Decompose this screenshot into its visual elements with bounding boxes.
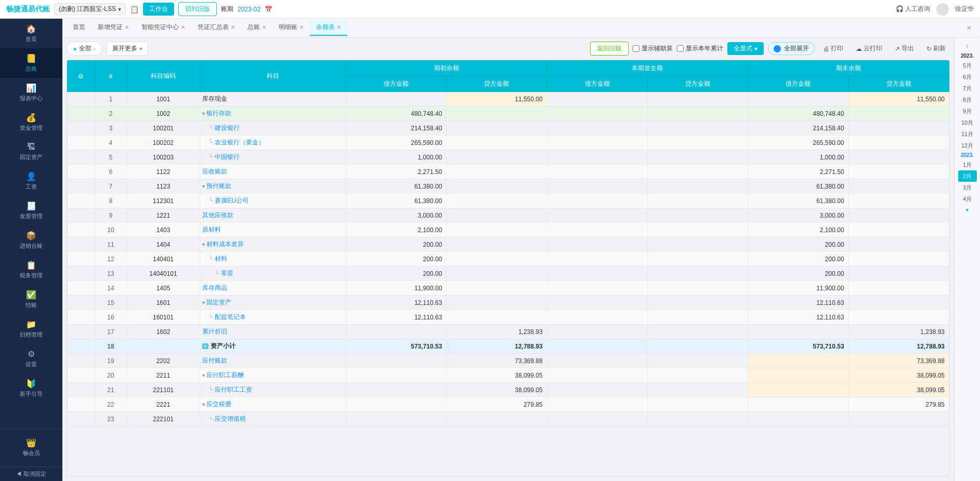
- print-button[interactable]: 🖨 打印: [819, 42, 847, 55]
- month-item-3[interactable]: 3月: [958, 182, 977, 193]
- row-name[interactable]: ▾ 固定资产: [200, 296, 346, 310]
- full-mode-label: 全显式: [734, 44, 752, 53]
- sidebar-item-guide[interactable]: 🔰 新手引导: [0, 373, 62, 403]
- row-name[interactable]: └中国银行: [200, 150, 346, 165]
- sidebar-item-capital[interactable]: 💰 资金管理: [0, 108, 62, 137]
- tab-home[interactable]: 首页: [67, 20, 92, 36]
- row-name[interactable]: └应付职工工资: [200, 383, 346, 397]
- sidebar-item-settings[interactable]: ⚙ 设置: [0, 344, 62, 373]
- row-name[interactable]: └赛属EU公司: [200, 194, 346, 208]
- copy-icon[interactable]: 📋: [130, 5, 139, 14]
- amount-cell-2: [547, 266, 647, 281]
- sidebar-item-purchase[interactable]: 📦 进销台账: [0, 225, 62, 255]
- show-aux-checkbox[interactable]: [633, 45, 639, 52]
- row-name[interactable]: └建设银行: [200, 121, 346, 136]
- row-name[interactable]: ▾ 应交税费: [200, 397, 346, 412]
- sidebar-item-report[interactable]: 📊 报表中心: [0, 78, 62, 108]
- unpin-footer[interactable]: ◀ 取消固定: [0, 466, 62, 481]
- month-item-5[interactable]: 5月: [958, 60, 977, 71]
- month-item-12[interactable]: 12月: [958, 140, 977, 151]
- row-name[interactable]: └材料: [200, 252, 346, 266]
- row-settings-cell: [68, 325, 95, 339]
- month-item-8[interactable]: 8月: [958, 94, 977, 105]
- refresh-button[interactable]: ↻ 刷新: [922, 42, 950, 55]
- row-num: 7: [95, 179, 127, 194]
- sidebar-item-ledger[interactable]: 📒 总账: [0, 48, 62, 78]
- tab-ledger[interactable]: 总账 ✕: [241, 20, 272, 36]
- month-item-6[interactable]: 6月: [958, 71, 977, 83]
- amount-cell-0: 12,110.63: [346, 310, 447, 325]
- month-item-11[interactable]: 11月: [958, 128, 977, 140]
- filter-all-button[interactable]: ● 全部 ›: [67, 42, 102, 56]
- show-ytd-checkbox-group[interactable]: 显示本年累计: [677, 44, 723, 53]
- close-tab-smart-voucher[interactable]: ✕: [181, 24, 185, 30]
- close-tab-balance-sheet[interactable]: ✕: [337, 24, 341, 30]
- row-name[interactable]: └应交增值税: [200, 412, 346, 426]
- row-num: 14: [95, 281, 127, 296]
- row-name[interactable]: 累计折旧: [200, 325, 346, 339]
- close-tab-ledger[interactable]: ✕: [262, 24, 266, 30]
- workspace-button[interactable]: 工作台: [143, 3, 174, 16]
- month-item-1[interactable]: 1月: [958, 159, 977, 170]
- close-all-icon[interactable]: ✕: [962, 24, 976, 32]
- row-code: 160101: [127, 310, 200, 325]
- close-tab-detail-ledger[interactable]: ✕: [299, 24, 304, 30]
- calendar-icon[interactable]: 📅: [265, 6, 272, 13]
- sidebar-item-archive[interactable]: 📁 归档管理: [0, 314, 62, 344]
- amount-cell-2: [547, 208, 647, 223]
- tab-detail-ledger[interactable]: 明细账 ✕: [272, 20, 310, 36]
- amount-cell-0: [346, 368, 447, 383]
- sidebar-expand-arrow[interactable]: ›: [964, 39, 971, 52]
- sidebar-item-member[interactable]: 👑 畅会员: [0, 433, 62, 462]
- old-version-button[interactable]: 切到旧版: [178, 2, 217, 16]
- cloud-print-button[interactable]: ☁ 云打印: [852, 42, 886, 55]
- row-num: 6: [95, 165, 127, 179]
- expand-more-button[interactable]: 展开更多 ▾: [107, 42, 148, 56]
- table-settings-header[interactable]: ⚙: [68, 61, 95, 92]
- row-num: 1: [95, 92, 127, 106]
- tab-voucher-summary[interactable]: 凭证汇总表 ✕: [191, 20, 241, 36]
- row-name[interactable]: └零星: [200, 266, 346, 281]
- row-name[interactable]: └农业银行（黄金）: [200, 136, 346, 150]
- row-name[interactable]: ▾ 材料成本差异: [200, 237, 346, 252]
- sidebar-item-invoice[interactable]: 🧾 发票管理: [0, 196, 62, 225]
- expand-all-toggle[interactable]: 全部展开: [768, 42, 815, 55]
- row-name[interactable]: 库存商品: [200, 281, 346, 296]
- export-button[interactable]: ↗ 导出: [891, 42, 918, 55]
- row-num: 15: [95, 296, 127, 310]
- full-mode-button[interactable]: 全显式 ▾: [727, 42, 764, 55]
- company-selector[interactable]: (勿删) 江西股宝-LSS ▾: [54, 3, 126, 15]
- row-name[interactable]: 应付账款: [200, 354, 346, 368]
- sidebar-item-settle[interactable]: ✅ 结账: [0, 285, 62, 314]
- row-name[interactable]: ▾ 预付账款: [200, 179, 346, 194]
- show-ytd-checkbox[interactable]: [677, 45, 684, 52]
- consult-label[interactable]: 🎧 人工咨询: [896, 5, 930, 14]
- row-name[interactable]: 原材料: [200, 223, 346, 237]
- row-code: 112301: [127, 194, 200, 208]
- row-settings-cell: [68, 281, 95, 296]
- month-item-9[interactable]: 9月: [958, 105, 977, 117]
- row-name[interactable]: ▾ 银行存款: [200, 106, 346, 121]
- tab-smart-voucher[interactable]: 智能凭证中心 ✕: [135, 20, 191, 36]
- sidebar-item-tax[interactable]: 📋 税务管理: [0, 255, 62, 285]
- row-name[interactable]: 其他应收款: [200, 208, 346, 223]
- sidebar-item-home[interactable]: 🏠 首页: [0, 19, 62, 48]
- amount-cell-1: [447, 252, 547, 266]
- closing-debit-header: 借方金额: [748, 76, 848, 92]
- close-tab-new-voucher[interactable]: ✕: [125, 24, 129, 30]
- month-item-7[interactable]: 7月: [958, 83, 977, 94]
- row-name[interactable]: └配提笔记本: [200, 310, 346, 325]
- return-old-version-button[interactable]: 返回旧版: [590, 42, 629, 56]
- tab-balance-sheet[interactable]: 余额表 ✕: [310, 20, 347, 36]
- row-name[interactable]: 应收账款: [200, 165, 346, 179]
- sidebar-item-fixed[interactable]: 🏗 固定资产: [0, 137, 62, 166]
- close-tab-voucher-summary[interactable]: ✕: [231, 24, 235, 30]
- month-item-2[interactable]: 2月: [958, 170, 977, 182]
- month-item-4[interactable]: 4月: [958, 193, 977, 205]
- month-item-10[interactable]: 10月: [958, 117, 977, 128]
- row-name[interactable]: ▾ 应付职工薪酬: [200, 368, 346, 383]
- tab-new-voucher[interactable]: 新增凭证 ✕: [92, 20, 135, 36]
- sidebar-item-salary[interactable]: 👤 工资: [0, 166, 62, 196]
- amount-cell-3: [647, 150, 748, 165]
- show-aux-checkbox-group[interactable]: 显示辅助算: [633, 44, 673, 53]
